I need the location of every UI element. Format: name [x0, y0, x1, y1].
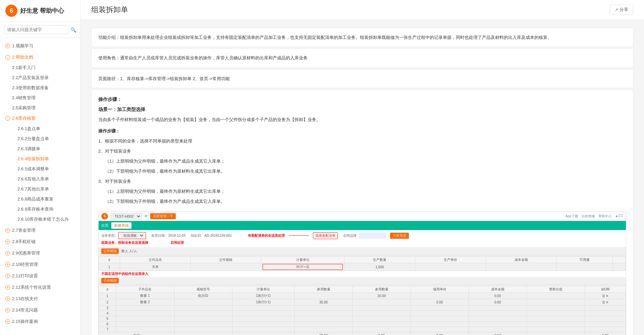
mock-app: 6 TEST-H002 ⚙ 开票管理一下 App下载 自助维修 帮助中心 ▲CC — [99, 212, 626, 335]
mock-upper-cell-name: 关来 — [120, 263, 191, 271]
mock-arrow-line1 — [289, 235, 309, 236]
mock-lower-cell-qty2-2 — [353, 299, 411, 305]
sidebar-item-sales[interactable]: 2.4销售管理 — [0, 93, 80, 103]
mock-lower-section-header: 子件明细 — [99, 277, 626, 285]
mock-type-select[interactable]: 组装调账 — [120, 233, 144, 238]
sidebar-item-purchase[interactable]: 2.5采购管理 — [0, 103, 80, 113]
mock-annotation1: 有装配清单的在这里处理 — [248, 233, 285, 238]
mock-new-tab[interactable]: 新建单据 — [111, 222, 131, 229]
sidebar-item-mobile[interactable]: + 2.8手机旺铺 — [0, 236, 80, 247]
mock-invoice-btn[interactable]: 开票管理一下 — [150, 213, 176, 219]
mock-select-bom-btn[interactable]: 选择装配清单 — [313, 232, 338, 239]
mock-confirm-btn[interactable]: 立发完成 — [390, 233, 409, 239]
mock-upper-cell-avail — [556, 263, 613, 271]
main-content: 功能介绍：组装拆卸单用来处理企业组装或拆卸等加工业务，支持有固定装配清单的产品加… — [80, 20, 644, 335]
sidebar-item-assemble[interactable]: 2.6.4组装拆卸单 — [5, 154, 80, 164]
sidebar-item-cost-recalc[interactable]: 2.6.8商品成本重算 — [5, 194, 80, 204]
mock-th-spec: 父件规格 — [191, 257, 261, 263]
sidebar-item-cases[interactable]: + 2.15操作案例 — [0, 316, 80, 327]
mock-lower-row7: 7 — [99, 327, 626, 332]
nav-group-print: + 2.11打印设置 — [0, 271, 80, 281]
sidebar-item-other-out[interactable]: 2.6.7其他出库单 — [5, 184, 80, 194]
expand-icon: + — [5, 319, 10, 324]
step2-2: （2）下部明细为子件明细，最终作为原材料生成其它出库单。 — [98, 167, 626, 176]
mock-th-action — [613, 257, 626, 263]
mock-lower-row3: 3 — [99, 305, 626, 311]
nav-group-payment: + 2.13在线支付 — [0, 293, 80, 304]
sidebar-item-cost-adjust[interactable]: 2.6.5成本调整单 — [5, 164, 80, 174]
share-button[interactable]: ↗ 分享 — [610, 5, 633, 15]
sidebar-item-other-in[interactable]: 2.6.6其他入库单 — [5, 174, 80, 184]
sidebar-item-faq[interactable]: + 2.14常见问题 — [0, 305, 80, 316]
mock-th-avail: 可用量 — [556, 257, 613, 263]
mock-footer-c8: 0.00 — [469, 332, 527, 335]
mock-annotation4: 不固定适用中供组件在这里录入 — [101, 272, 148, 276]
mock-footer-c9 — [527, 332, 585, 335]
mock-upper-cell-spec — [191, 263, 261, 271]
nav-group-ops: + 2.10经营管理 — [0, 259, 80, 270]
sidebar-item-data-prep[interactable]: 2.3使用前数据准备 — [0, 83, 80, 93]
mock-th-cost: 成本金额 — [486, 257, 556, 263]
sidebar-item-partial-stocktake[interactable]: 2.6.2分量盘点单 — [5, 134, 80, 144]
mock-lower-cell-price2: 0.00 — [411, 299, 469, 305]
path-text: 页面路径：1、库存核算->库存管理->组装拆卸单 2、首页->常用功能 — [98, 76, 230, 81]
sidebar-item-inventory[interactable]: - 2.6库存核算 — [0, 113, 80, 124]
scene1-desc: 当由多个子件材料组装成一个成品的业务为【组装】业务，当由一个父件拆分成多个子产品… — [98, 115, 626, 124]
search-button[interactable]: 🔍 — [70, 27, 76, 33]
sidebar-item-newbie[interactable]: 2.1新手入门 — [0, 63, 80, 73]
sidebar-nav: + 1.视频学习 - 2.帮助文档 2.1新手入门 2.2产品安装及登录 2.3… — [0, 38, 80, 335]
search-input[interactable] — [4, 25, 68, 34]
mock-th-no: # — [99, 257, 120, 263]
mock-lower-cell-name: 数量 1 — [116, 293, 174, 299]
logo-area: 6 好生意 帮助中心 — [0, 0, 80, 22]
nav-group-cases: + 2.15操作案例 — [0, 316, 80, 327]
nav-group-docs: - 2.帮助文档 2.1新手入门 2.2产品安装及登录 2.3使用前数据准备 2… — [0, 52, 80, 224]
sidebar-item-docs[interactable]: - 2.帮助文档 — [0, 52, 80, 63]
mock-self-repair: 自助维修 — [582, 214, 595, 219]
mock-footer-c3 — [174, 332, 232, 335]
expand-icon: + — [5, 285, 10, 290]
mock-bill-val: AD-20191226-001 — [205, 234, 232, 237]
sidebar-item-videos[interactable]: + 1.视频学习 — [0, 41, 80, 51]
sidebar-item-coupon[interactable]: + 2.9优惠券管理 — [0, 248, 80, 259]
sidebar-item-payment[interactable]: + 2.13在线支付 — [0, 293, 80, 304]
mock-lower-cell-no2: 2 — [99, 299, 116, 305]
mock-upper-section-header: 父件明细 数人 人/人: — [99, 247, 626, 255]
mock-lower-cell-unit2: 1执行(+1) — [232, 299, 294, 305]
expand-icon: + — [5, 296, 10, 301]
sidebar-item-finance[interactable]: + 2.7资金管理 — [0, 225, 80, 236]
intro-text: 功能介绍：组装拆卸单用来处理企业组装或拆卸等加工业务，支持有固定装配清单的产品加… — [98, 35, 552, 40]
mock-lower-cell-qty1 — [294, 293, 353, 299]
mock-annotation4-area: 不固定适用中供组件在这里录入 — [99, 271, 626, 277]
step2: 2、对于组装业务 — [98, 147, 626, 156]
mock-upper-cell-action — [613, 263, 626, 271]
ops-block: 操作步骤： 场景一：加工类型选择 当由多个子件材料组装成一个成品的业务为【组装】… — [91, 90, 633, 335]
sidebar-item-print[interactable]: + 2.11打印设置 — [0, 271, 80, 281]
mock-lower-section-label: 子件明细 — [101, 278, 119, 283]
mock-use-label: 启用品牌 — [343, 233, 357, 238]
sidebar-item-ledger-fix[interactable]: 2.6.10库存账本错了怎么办 — [5, 214, 80, 224]
mock-footer-total-label: 合计 — [99, 332, 174, 335]
mock-footer-c4 — [232, 332, 294, 335]
sidebar-item-transfer[interactable]: 2.6.3调拨单 — [5, 144, 80, 154]
mock-brand-input[interactable] — [359, 233, 386, 238]
step3-1: （1）上部明细为父件明细，最终作为原材料生成其它出库单； — [98, 187, 626, 196]
mock-th-qty: 生产数量 — [344, 257, 415, 263]
sidebar-item-customize[interactable]: + 2.12系统个性化设置 — [0, 282, 80, 293]
mock-company-select[interactable]: TEST-H002 — [111, 213, 142, 220]
mock-lower-cell-batch-2 — [174, 299, 232, 305]
mock-footer-c6: 8.00 — [353, 332, 411, 335]
share-label: 分享 — [620, 7, 628, 13]
mock-lth-action: 加UM — [585, 286, 626, 293]
mock-date-val: 2019-12-20 — [168, 234, 185, 237]
sidebar-item-ops[interactable]: + 2.10经营管理 — [0, 259, 80, 270]
mock-green-toolbar: 自页 新建单据 — [99, 221, 626, 230]
mock-lower-row6: 6 — [99, 322, 626, 327]
sidebar-item-stocktake[interactable]: 2.6.1盘点单 — [5, 124, 80, 134]
mock-lower-row4: 4 — [99, 311, 626, 316]
mock-lower-cell-action: ☰ ✕ — [585, 293, 626, 299]
role-section: 使用角色：通常由生产人员或库管人员完成拆装业务的操作，库管人员确认原材料的出库和… — [91, 48, 633, 67]
sidebar-item-ledger-query[interactable]: 2.6.9库存账本查询 — [5, 204, 80, 214]
mock-home-tab[interactable]: 自页 — [101, 223, 109, 228]
sidebar-item-install[interactable]: 2.2产品安装及登录 — [0, 73, 80, 83]
